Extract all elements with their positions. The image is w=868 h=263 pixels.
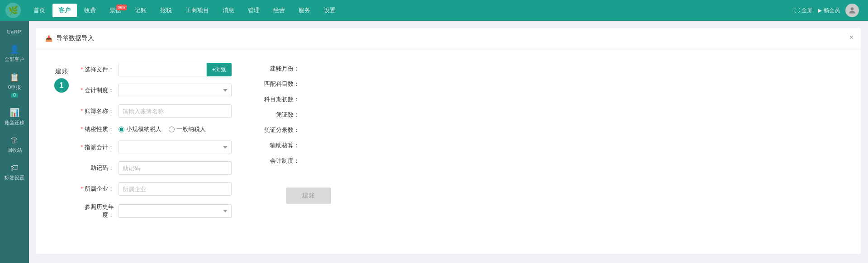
nav-items: 首页 客户 收费 票据 new 记账 报税 工商项目 消息 管理 经营 服务 设…: [27, 4, 794, 17]
main-layout: EaRP 👤 全部客户 📋 0申报 0 📊 账套迁移 🗑 回收站 🏷 标签设置: [0, 21, 868, 263]
ledger-name-row: 账簿名称：: [78, 104, 232, 118]
logo[interactable]: 🌿: [4, 1, 23, 20]
sidebar-item-recycle[interactable]: 🗑 回收站: [0, 131, 29, 158]
company-input[interactable]: [119, 182, 232, 196]
company-row: 所属企业：: [78, 182, 232, 196]
panel-body: 建账 1 选择文件： +浏览: [36, 49, 861, 233]
file-row: 选择文件： +浏览: [78, 63, 232, 76]
step-circle: 1: [54, 78, 69, 93]
step-label: 建账: [55, 67, 68, 75]
panel-header: 📥 导爷数据导入 ×: [36, 28, 861, 49]
file-label: 选择文件：: [78, 66, 114, 74]
match-subjects-label: 匹配科目数：: [259, 80, 299, 88]
accounting-system-select[interactable]: [119, 84, 232, 97]
earp-label: EaRP: [7, 29, 22, 34]
sidebar-item-label: 标签设置: [5, 174, 24, 181]
member-button[interactable]: ▶ 畅会员: [818, 7, 840, 14]
svg-point-0: [851, 7, 854, 10]
small-taxpayer-radio[interactable]: [119, 127, 124, 132]
logo-icon: 🌿: [8, 5, 18, 15]
small-taxpayer-option[interactable]: 小规模纳税人: [119, 125, 161, 133]
aux-accounting-row: 辅助核算：: [259, 141, 358, 150]
sidebar-item-label: 账套迁移: [5, 119, 24, 126]
sidebar-item-label: 全部客户: [5, 56, 24, 62]
accounting-system-row: 会计制度：: [78, 84, 232, 97]
create-account-button[interactable]: 建账: [286, 188, 331, 204]
import-icon: 📥: [45, 35, 52, 42]
history-year-label: 参照历史年度：: [78, 203, 114, 219]
memo-row: 助记码：: [78, 161, 232, 175]
all-clients-icon: 👤: [9, 44, 19, 54]
setup-month-label: 建账月份：: [259, 65, 299, 73]
info-section: 建账月份： 匹配科目数： 科目期初数： 凭证数：: [259, 63, 358, 165]
general-taxpayer-option[interactable]: 一般纳税人: [169, 125, 206, 133]
file-text-input[interactable]: [119, 63, 207, 76]
voucher-count-label: 凭证数：: [259, 111, 299, 119]
tax-type-label: 纳税性质：: [78, 125, 114, 133]
sidebar-item-all-clients[interactable]: 👤 全部客户: [0, 40, 29, 67]
nav-right: ⛶ 全屏 ▶ 畅会员: [794, 4, 864, 17]
form-section: 选择文件： +浏览 会计制度：: [78, 63, 232, 219]
company-label: 所属企业：: [78, 185, 114, 193]
top-navigation: 🌿 首页 客户 收费 票据 new 记账 报税 工商项目 消息 管理 经营 服务…: [0, 0, 868, 21]
voucher-entries-label: 凭证分录数：: [259, 126, 299, 134]
tax-type-radio-group: 小规模纳税人 一般纳税人: [119, 125, 206, 133]
sidebar-item-label: 回收站: [7, 147, 22, 153]
sidebar-item-tags[interactable]: 🏷 标签设置: [0, 159, 29, 185]
voucher-entries-row: 凭证分录数：: [259, 126, 358, 134]
sidebar-item-migration[interactable]: 📊 账套迁移: [0, 103, 29, 130]
nav-item-manage[interactable]: 管理: [242, 4, 266, 17]
nav-item-operations[interactable]: 经营: [267, 4, 291, 17]
info-accounting-system-label: 会计制度：: [259, 157, 299, 165]
sidebar: EaRP 👤 全部客户 📋 0申报 0 📊 账套迁移 🗑 回收站 🏷 标签设置: [0, 21, 29, 263]
nav-item-service[interactable]: 服务: [292, 4, 317, 17]
nav-item-fee[interactable]: 收费: [78, 4, 102, 17]
voucher-count-row: 凭证数：: [259, 111, 358, 119]
sidebar-item-earp: EaRP: [0, 24, 29, 39]
nav-item-tax[interactable]: 报税: [154, 4, 178, 17]
sidebar-item-declaration[interactable]: 📋 0申报 0: [0, 68, 29, 102]
ledger-name-label: 账簿名称：: [78, 107, 114, 115]
assign-accountant-label: 指派会计：: [78, 143, 114, 151]
avatar[interactable]: [845, 4, 859, 17]
assign-accountant-select[interactable]: [119, 141, 232, 154]
accounting-system-label: 会计制度：: [78, 86, 114, 94]
nav-item-settings[interactable]: 设置: [318, 4, 342, 17]
browse-button[interactable]: +浏览: [207, 63, 232, 76]
nav-item-bookkeeping[interactable]: 记账: [128, 4, 153, 17]
history-year-select[interactable]: [119, 204, 232, 218]
initial-subjects-row: 科目期初数：: [259, 95, 358, 103]
import-panel: 📥 导爷数据导入 × 建账 1 选择: [36, 28, 861, 254]
declaration-icon: 📋: [9, 72, 19, 82]
right-info-container: 建账月份： 匹配科目数： 科目期初数： 凭证数：: [259, 63, 358, 219]
fullscreen-button[interactable]: ⛶ 全屏: [794, 7, 812, 14]
match-subjects-row: 匹配科目数：: [259, 80, 358, 88]
close-button[interactable]: ×: [849, 33, 854, 42]
content-area: 📥 导爷数据导入 × 建账 1 选择: [29, 21, 868, 263]
aux-accounting-label: 辅助核算：: [259, 141, 299, 150]
member-icon: ▶: [818, 7, 822, 14]
info-accounting-system-row: 会计制度：: [259, 157, 358, 165]
sidebar-item-label: 0申报: [8, 84, 21, 90]
migration-icon: 📊: [9, 108, 19, 117]
initial-subjects-label: 科目期初数：: [259, 95, 299, 103]
memo-label: 助记码：: [78, 164, 114, 172]
memo-input[interactable]: [119, 161, 232, 175]
nav-item-invoice[interactable]: 票据 new: [103, 4, 128, 17]
nav-item-home[interactable]: 首页: [27, 4, 52, 17]
panel-title: 导爷数据导入: [56, 34, 94, 42]
assign-accountant-row: 指派会计：: [78, 141, 232, 154]
fullscreen-icon: ⛶: [794, 7, 800, 14]
setup-month-row: 建账月份：: [259, 65, 358, 73]
ledger-name-input[interactable]: [119, 104, 232, 118]
general-taxpayer-radio[interactable]: [169, 127, 175, 132]
nav-item-client[interactable]: 客户: [52, 4, 77, 17]
new-badge: new: [116, 5, 127, 10]
tax-type-row: 纳税性质： 小规模纳税人 一般纳税人: [78, 125, 232, 133]
tags-icon: 🏷: [10, 163, 19, 173]
step-section: 建账 1 选择文件： +浏览: [54, 63, 232, 219]
history-year-row: 参照历史年度：: [78, 203, 232, 219]
declaration-badge: 0: [11, 93, 18, 98]
nav-item-message[interactable]: 消息: [216, 4, 241, 17]
nav-item-business-project[interactable]: 工商项目: [179, 4, 215, 17]
